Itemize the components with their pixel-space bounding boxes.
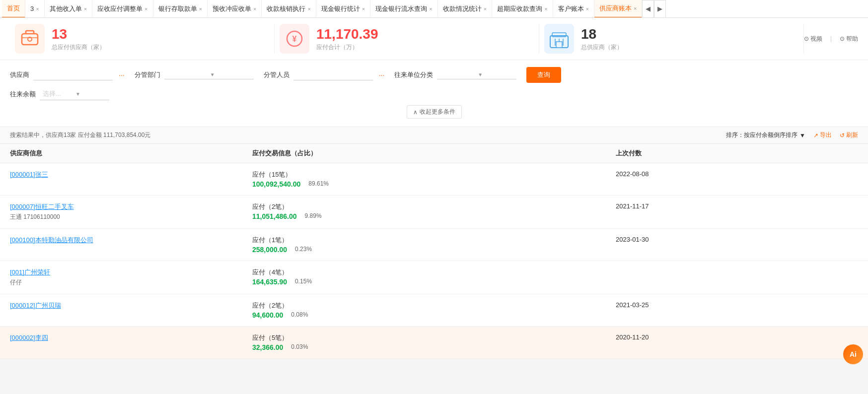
- nav-tab-payable-adjust[interactable]: 应收应付调整单 ×: [92, 0, 153, 18]
- last-pay-date: 2023-01-30: [616, 236, 649, 243]
- supplier-link[interactable]: [000012]广州贝瑞: [10, 301, 252, 310]
- department-label: 分管部门: [135, 70, 160, 79]
- summary-icon-total-suppliers: [544, 24, 574, 54]
- refresh-button[interactable]: ↺ 刷新: [840, 131, 858, 139]
- summary-item-payable-suppliers: 13 总应付供应商（家）: [10, 24, 275, 54]
- summary-total-suppliers-text: 18 总供应商（家）: [581, 26, 623, 52]
- nav-arrow-left[interactable]: ◀: [642, 0, 654, 18]
- close-icon[interactable]: ×: [145, 6, 147, 12]
- payable-label: 应付（4笔）: [252, 268, 616, 277]
- help-link[interactable]: ⊙ 帮助: [840, 35, 858, 43]
- supplier-link[interactable]: [000001]张三: [10, 170, 252, 179]
- payable-percent: 0.23%: [295, 246, 312, 253]
- summary-payable-total-label: 应付合计（万）: [316, 43, 378, 52]
- nav-tab-home[interactable]: 首页: [2, 0, 25, 18]
- summary-icon-payable: ¥: [280, 24, 309, 54]
- nav-tab-collect-stat-label: 收款情况统计: [443, 4, 482, 13]
- close-icon[interactable]: ×: [586, 6, 589, 12]
- nav-tab-3-label: 3: [30, 5, 34, 12]
- collapse-icon: ∧: [413, 109, 418, 116]
- supplier-dots-button[interactable]: ···: [119, 71, 125, 79]
- collapse-area: ∧ 收起更多条件: [10, 105, 858, 119]
- nav-tab-supplier-account-label: 供应商账本: [599, 4, 632, 13]
- nav-tab-customer-account-label: 客户账本: [558, 4, 584, 13]
- nav-tab-other-income-label: 其他收入单: [50, 4, 82, 13]
- nav-tab-cash-bank-flow-label: 现金银行流水查询: [375, 4, 427, 13]
- person-dots-button[interactable]: ···: [379, 71, 385, 79]
- video-label: 视频: [810, 35, 822, 43]
- export-button[interactable]: ↗ 导出: [813, 131, 832, 139]
- person-field: 分管人员 ···: [264, 69, 385, 80]
- nav-tab-supplier-account[interactable]: 供应商账本 ×: [594, 0, 642, 18]
- table-row: [000100]本特勤油品有限公司 应付（1笔） 258,000.00 0.23…: [0, 229, 868, 261]
- nav-tab-bank-deposit[interactable]: 银行存取款单 ×: [153, 0, 208, 18]
- supplier-link[interactable]: [000007]恒旺二手叉车: [10, 202, 252, 211]
- close-icon[interactable]: ×: [634, 5, 637, 11]
- person-input[interactable]: [293, 69, 373, 80]
- supplier-info-cell: [001]广州荣轩 仔仔: [10, 268, 252, 287]
- payable-percent: 89.61%: [308, 180, 329, 187]
- help-label: 帮助: [846, 35, 858, 43]
- close-icon[interactable]: ×: [36, 6, 39, 12]
- nav-tab-overdue-collect[interactable]: 超期应收款查询 ×: [492, 0, 553, 18]
- close-icon[interactable]: ×: [84, 6, 87, 12]
- nav-arrow-right[interactable]: ▶: [654, 0, 666, 18]
- result-summary: 搜索结果中，供应商13家 应付金额 111,703,854.00元: [10, 131, 150, 139]
- unit-category-select[interactable]: ▼: [437, 70, 516, 79]
- supplier-link[interactable]: [000002]李四: [10, 333, 252, 342]
- nav-tab-payment-verify[interactable]: 收款核销执行 ×: [262, 0, 316, 18]
- table-header: 供应商信息 应付交易信息（占比） 上次付数: [0, 144, 868, 163]
- export-label: 导出: [820, 131, 832, 139]
- supplier-info-cell: [000012]广州贝瑞: [10, 301, 252, 310]
- supplier-link[interactable]: [001]广州荣轩: [10, 268, 252, 277]
- supplier-field: 供应商 ···: [10, 69, 125, 80]
- collapse-button[interactable]: ∧ 收起更多条件: [407, 105, 462, 119]
- close-icon[interactable]: ×: [544, 6, 547, 12]
- close-icon[interactable]: ×: [429, 6, 432, 12]
- summary-payable-total-amount: 11,170.39: [316, 26, 378, 43]
- supplier-input[interactable]: [33, 69, 113, 80]
- department-select[interactable]: ▼: [164, 70, 254, 79]
- close-icon[interactable]: ×: [484, 6, 487, 12]
- payable-amount: 94,600.00: [252, 311, 283, 319]
- nav-tab-customer-account[interactable]: 客户账本 ×: [553, 0, 594, 18]
- payable-amount: 258,000.00: [252, 246, 287, 254]
- summary-payable-suppliers-count: 13: [52, 26, 105, 43]
- supplier-link[interactable]: [000100]本特勤油品有限公司: [10, 236, 252, 245]
- sort-select[interactable]: 排序：按应付余额倒序排序 ▼: [726, 131, 805, 139]
- nav-tab-prepay-collect[interactable]: 预收冲应收单 ×: [208, 0, 262, 18]
- payable-amount: 32,366.00: [252, 343, 283, 351]
- table-row: [000012]广州贝瑞 应付（2笔） 94,600.00 0.08% 2021…: [0, 294, 868, 327]
- supplier-info-cell: [000001]张三: [10, 170, 252, 179]
- chevron-down-icon-3: ▼: [75, 91, 106, 97]
- payable-percent: 0.08%: [291, 311, 308, 318]
- close-icon[interactable]: ×: [199, 6, 202, 12]
- nav-tab-collect-stat[interactable]: 收款情况统计 ×: [438, 0, 492, 18]
- close-icon[interactable]: ×: [253, 6, 256, 12]
- payable-label: 应付（1笔）: [252, 236, 616, 245]
- nav-tab-3[interactable]: 3 ×: [25, 0, 45, 18]
- result-bar-right: 排序：按应付余额倒序排序 ▼ ↗ 导出 ↺ 刷新: [726, 131, 858, 139]
- summary-total-suppliers-count: 18: [581, 26, 623, 43]
- supplier-info-cell: [000002]李四: [10, 333, 252, 342]
- nav-tab-prepay-collect-label: 预收冲应收单: [213, 4, 251, 13]
- nav-tab-cash-bank-stat[interactable]: 现金银行统计 ×: [316, 0, 370, 18]
- last-pay-cell: 2023-01-30: [616, 236, 858, 243]
- close-icon[interactable]: ×: [362, 6, 365, 12]
- table-row: [000001]张三 应付（15笔） 100,092,540.00 89.61%…: [0, 163, 868, 196]
- close-icon[interactable]: ×: [307, 6, 310, 12]
- table-row: [001]广州荣轩 仔仔 应付（4笔） 164,635.90 0.15%: [0, 261, 868, 294]
- last-pay-cell: 2022-08-08: [616, 170, 858, 178]
- table-row: [000002]李四 应付（5笔） 32,366.00 0.03% 2020-1…: [0, 327, 868, 359]
- nav-tab-payment-verify-label: 收款核销执行: [267, 4, 305, 13]
- video-circle-icon: ⊙: [804, 35, 809, 42]
- video-link[interactable]: ⊙ 视频: [804, 35, 822, 43]
- balance-select[interactable]: 选择... ▼: [40, 88, 109, 100]
- payable-info-cell: 应付（1笔） 258,000.00 0.23%: [252, 236, 616, 254]
- nav-tab-other-income[interactable]: 其他收入单 ×: [45, 0, 92, 18]
- summary-payable-suppliers-label: 总应付供应商（家）: [52, 43, 105, 52]
- nav-tab-bank-deposit-label: 银行存取款单: [158, 4, 197, 13]
- query-button[interactable]: 查询: [526, 67, 561, 83]
- refresh-label: 刷新: [846, 131, 858, 139]
- nav-tab-cash-bank-flow[interactable]: 现金银行流水查询 ×: [370, 0, 437, 18]
